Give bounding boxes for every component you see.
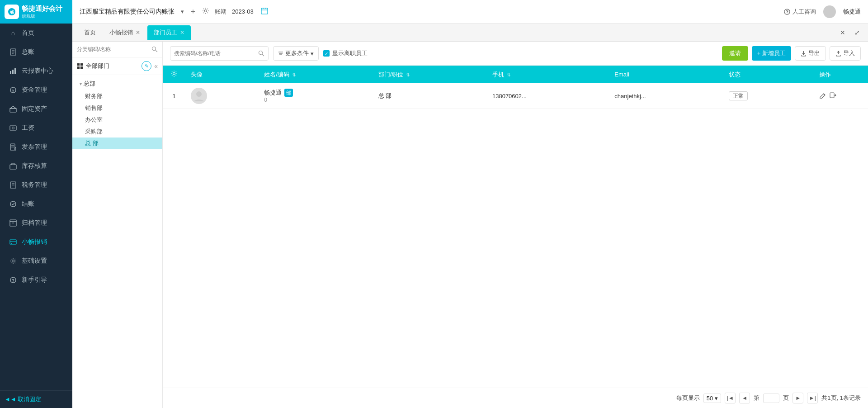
tab-dept[interactable]: 部门员工 ✕ (147, 25, 191, 40)
sidebar-item-capital[interactable]: ¥ 资金管理 (0, 81, 72, 100)
sidebar-item-reports[interactable]: 云报表中心 (0, 62, 72, 81)
sidebar-item-invoice[interactable]: 发票管理 (0, 138, 72, 157)
expand-window-icon[interactable]: ⤢ (852, 27, 863, 38)
svg-point-40 (152, 47, 156, 51)
svg-rect-23 (10, 221, 16, 226)
capital-icon: ¥ (9, 86, 17, 94)
show-resign-toggle[interactable]: ✓ 显示离职员工 (323, 49, 368, 57)
dept-search-icon[interactable] (151, 46, 158, 52)
calendar-icon[interactable] (261, 7, 268, 16)
export-button[interactable]: 导出 (795, 46, 826, 61)
dept-node-headquarters[interactable]: ▾ 总部 (72, 77, 162, 90)
sidebar-item-checkout[interactable]: 结账 (0, 195, 72, 213)
svg-line-47 (262, 54, 264, 56)
sidebar-item-inventory[interactable]: 库存核算 (0, 157, 72, 176)
sidebar-item-assets[interactable]: 固定资产 (0, 100, 72, 119)
dept-child-purchase[interactable]: 采购部 (72, 126, 162, 138)
right-panel: 更多条件 ▾ ✓ 显示离职员工 邀请 + 新增员工 导出 (163, 42, 868, 408)
logout-icon[interactable] (830, 92, 836, 100)
import-button[interactable]: 导入 (830, 46, 861, 61)
page-number-input[interactable]: 1 (763, 394, 779, 403)
support-label: 人工咨询 (793, 8, 816, 16)
company-dropdown-icon[interactable]: ▾ (181, 8, 184, 15)
svg-point-28 (11, 243, 12, 244)
dept-child-sales[interactable]: 销售部 (72, 102, 162, 114)
sidebar-item-salary[interactable]: 工资 (0, 119, 72, 138)
add-staff-button[interactable]: + 新增员工 (752, 46, 791, 61)
tax-icon (9, 181, 17, 189)
row-avatar (185, 83, 259, 109)
sidebar-item-expense[interactable]: 小畅报销 (0, 232, 72, 251)
col-settings[interactable] (163, 66, 185, 83)
sidebar-item-home[interactable]: ⌂ 首页 (0, 24, 72, 43)
staff-search-icon[interactable] (258, 50, 264, 57)
col-dept-header[interactable]: 部门/职位 ⇅ (373, 66, 487, 83)
sidebar-item-label: 固定资产 (22, 105, 47, 113)
expense-icon (9, 238, 17, 246)
settings-icon[interactable] (202, 7, 209, 16)
dept-child-general[interactable]: 总 部 (72, 138, 162, 149)
row-email: chanjethkj... (609, 83, 723, 109)
avatar (191, 88, 207, 104)
per-page-dropdown-icon: ▾ (715, 395, 718, 402)
col-phone-header[interactable]: 手机 ⇅ (487, 66, 609, 83)
sidebar-item-guide[interactable]: ? 新手引导 (0, 270, 72, 289)
first-page-button[interactable]: |◄ (725, 393, 736, 403)
svg-line-41 (156, 50, 157, 52)
total-records: 共1页, 1条记录 (821, 394, 861, 402)
dept-child-finance[interactable]: 财务部 (72, 90, 162, 102)
col-avatar-header: 头像 (185, 66, 259, 83)
next-page-button[interactable]: ► (793, 393, 803, 403)
reports-icon (9, 67, 17, 75)
period-value[interactable]: 2023-03 (232, 8, 254, 15)
unpin-button[interactable]: ◄◄ 取消固定 (0, 390, 72, 408)
add-company-button[interactable]: ＋ (189, 7, 197, 16)
edit-icon[interactable] (819, 92, 826, 100)
col-email-header: Email (609, 66, 723, 83)
staff-search-input[interactable] (174, 50, 255, 57)
svg-rect-11 (10, 109, 16, 112)
per-page-select[interactable]: 50 ▾ (703, 394, 721, 403)
export-label: 导出 (808, 49, 820, 57)
row-phone: 138070602... (487, 83, 609, 109)
dept-collapse-icon[interactable]: « (154, 62, 158, 70)
action-icons (819, 92, 863, 100)
tab-dept-close-icon[interactable]: ✕ (180, 29, 184, 36)
tab-expense[interactable]: 小畅报销 ✕ (103, 25, 146, 40)
add-staff-label: + 新增员工 (757, 49, 786, 57)
invite-button[interactable]: 邀请 (722, 46, 748, 61)
prev-page-button[interactable]: ◄ (739, 393, 750, 403)
dept-edit-icon[interactable]: ✎ (142, 61, 151, 71)
tabs-bar: 首页 小畅报销 ✕ 部门员工 ✕ ✕ ⤢ (72, 24, 868, 42)
sidebar-item-settings[interactable]: 基础设置 (0, 251, 72, 270)
sidebar-item-ledger[interactable]: 总账 (0, 43, 72, 62)
toolbar: 更多条件 ▾ ✓ 显示离职员工 邀请 + 新增员工 导出 (163, 42, 868, 66)
sidebar-item-label: 发票管理 (22, 143, 47, 151)
import-label: 导入 (843, 49, 855, 57)
status-badge: 正常 (729, 91, 748, 100)
tab-home[interactable]: 首页 (78, 25, 102, 40)
checkout-icon (9, 200, 17, 208)
close-window-icon[interactable]: ✕ (837, 27, 848, 38)
col-name-header[interactable]: 姓名/编码 ⇅ (259, 66, 373, 83)
staff-table-container: 头像 姓名/编码 ⇅ 部门/职位 ⇅ 手机 (163, 66, 868, 388)
dept-search-input[interactable] (77, 46, 149, 52)
top-header: 江西服宝精品有限责任公司内账张 ▾ ＋ 账期 2023-03 人工咨询 畅捷通 (72, 0, 868, 24)
show-resign-label: 显示离职员工 (332, 49, 368, 57)
toolbar-right: 邀请 + 新增员工 导出 导入 (722, 46, 861, 61)
sidebar-item-label: 新手引导 (22, 276, 47, 284)
support-button[interactable]: 人工咨询 (783, 8, 816, 16)
last-page-button[interactable]: ►| (807, 393, 818, 403)
sidebar-item-label: 总账 (22, 48, 34, 56)
svg-point-29 (12, 260, 14, 262)
row-status: 正常 (723, 83, 814, 109)
sidebar-item-archive[interactable]: 归档管理 (0, 213, 72, 232)
dept-tree-title: 全部部门 (86, 62, 139, 70)
more-filter-button[interactable]: 更多条件 ▾ (273, 46, 319, 61)
dept-tree: ▾ 总部 财务部 销售部 办公室 采购部 总 部 (72, 75, 162, 151)
col-settings-icon (170, 70, 178, 77)
import-icon (835, 51, 841, 57)
dept-child-office[interactable]: 办公室 (72, 114, 162, 126)
tab-expense-close-icon[interactable]: ✕ (136, 29, 140, 36)
sidebar-item-tax[interactable]: 税务管理 (0, 176, 72, 195)
